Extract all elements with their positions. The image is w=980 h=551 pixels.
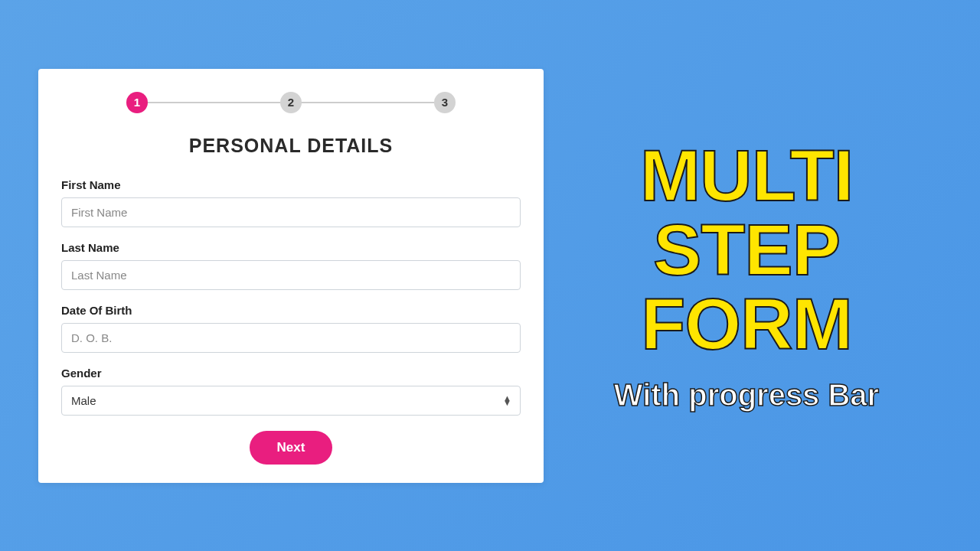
dob-label: Date Of Birth	[61, 304, 521, 317]
last-name-input[interactable]	[61, 260, 521, 290]
first-name-group: First Name	[61, 178, 521, 227]
step-2[interactable]: 2	[280, 92, 302, 113]
last-name-label: Last Name	[61, 241, 521, 254]
next-button[interactable]: Next	[250, 431, 333, 465]
dob-group: Date Of Birth	[61, 304, 521, 353]
form-title: PERSONAL DETAILS	[54, 135, 528, 157]
headline-line-3: FORM	[544, 287, 949, 361]
gender-select[interactable]: Male	[61, 386, 521, 416]
headline-line-2: STEP	[544, 213, 949, 287]
first-name-input[interactable]	[61, 197, 521, 227]
headline-sub: With progress Bar	[544, 378, 949, 412]
headline: MULTI STEP FORM With progress Bar	[544, 139, 980, 412]
headline-line-1: MULTI	[544, 139, 949, 213]
last-name-group: Last Name	[61, 241, 521, 290]
gender-group: Gender Male ▲▼	[61, 367, 521, 416]
gender-select-wrap: Male ▲▼	[61, 386, 521, 416]
first-name-label: First Name	[61, 178, 521, 191]
form-card: 1 2 3 PERSONAL DETAILS First Name Last N…	[38, 69, 544, 483]
form-body: First Name Last Name Date Of Birth Gende…	[54, 178, 528, 465]
progress-bar: 1 2 3	[126, 92, 456, 113]
step-3[interactable]: 3	[434, 92, 456, 113]
step-1[interactable]: 1	[126, 92, 148, 113]
dob-input[interactable]	[61, 323, 521, 353]
gender-label: Gender	[61, 367, 521, 380]
